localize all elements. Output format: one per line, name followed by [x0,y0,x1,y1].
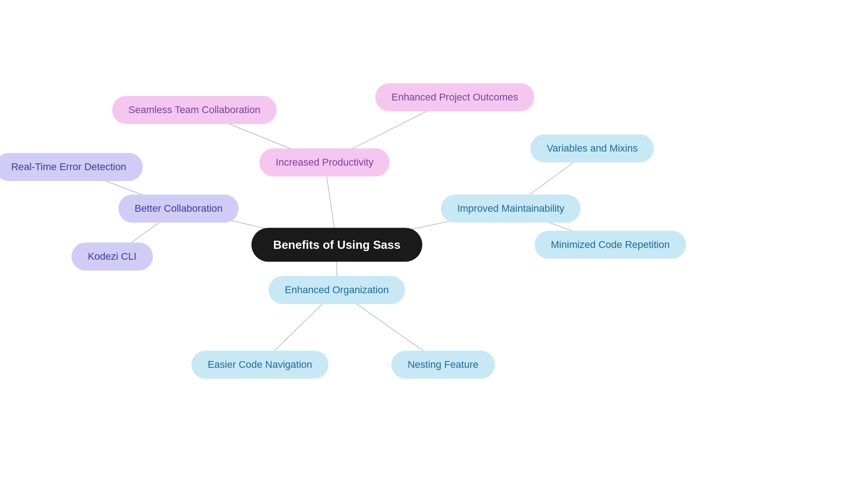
node-better-collaboration[interactable]: Better Collaboration [118,195,239,223]
node-nesting-feature[interactable]: Nesting Feature [392,351,495,379]
node-increased-productivity[interactable]: Increased Productivity [259,148,390,176]
node-improved-maintainability[interactable]: Improved Maintainability [441,195,580,223]
node-variables-and-mixins[interactable]: Variables and Mixins [530,134,654,162]
node-minimized-code-repetition[interactable]: Minimized Code Repetition [535,231,686,259]
node-kodezi-cli[interactable]: Kodezi CLI [71,243,153,271]
node-real-time-error-detection[interactable]: Real-Time Error Detection [0,153,142,181]
node-seamless-team-collaboration[interactable]: Seamless Team Collaboration [112,96,277,124]
mindmap-container: Benefits of Using SassIncreased Producti… [0,0,868,490]
node-enhanced-project-outcomes[interactable]: Enhanced Project Outcomes [375,83,534,111]
node-center[interactable]: Benefits of Using Sass [251,228,422,262]
node-enhanced-organization[interactable]: Enhanced Organization [269,276,405,304]
node-easier-code-navigation[interactable]: Easier Code Navigation [191,351,328,379]
